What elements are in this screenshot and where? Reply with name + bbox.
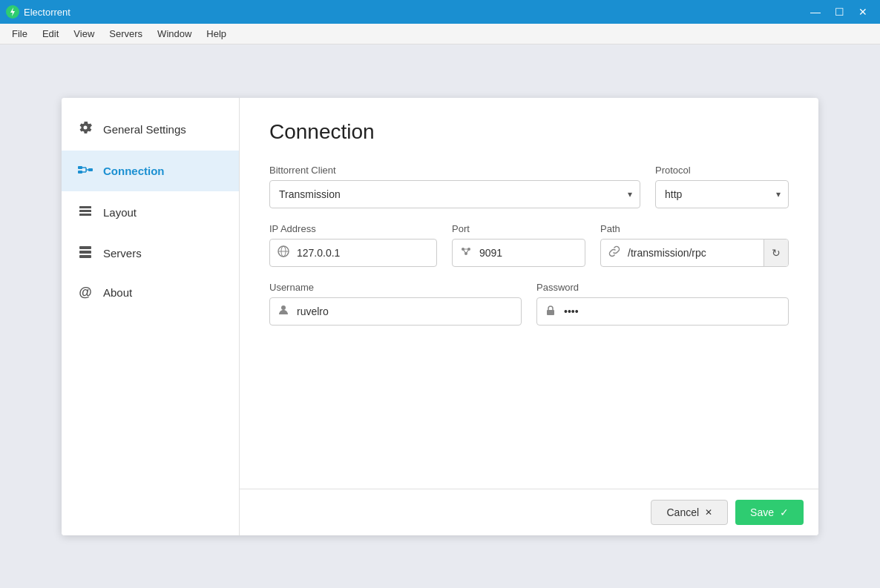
app-icon xyxy=(6,5,19,19)
svg-rect-13 xyxy=(79,251,91,254)
username-label: Username xyxy=(269,282,522,293)
path-input-wrapper: ↻ xyxy=(600,239,789,267)
svg-rect-12 xyxy=(79,246,91,249)
page-title: Connection xyxy=(269,120,789,144)
layout-icon xyxy=(76,203,94,222)
svg-rect-9 xyxy=(79,206,91,208)
path-input[interactable] xyxy=(628,240,764,266)
settings-window: General Settings xyxy=(62,98,818,535)
password-input-wrapper xyxy=(536,297,789,326)
gear-icon xyxy=(76,120,94,139)
ip-port-path-row: IP Address xyxy=(269,223,789,267)
path-group: Path ↻ xyxy=(600,223,789,267)
minimize-button[interactable]: — xyxy=(804,1,827,22)
protocol-group: Protocol http https ▾ xyxy=(655,165,789,208)
user-icon xyxy=(270,304,297,318)
port-input[interactable] xyxy=(479,240,585,266)
cancel-button[interactable]: Cancel ✕ xyxy=(651,500,728,525)
svg-line-21 xyxy=(463,249,466,254)
protocol-select-wrapper[interactable]: http https ▾ xyxy=(655,180,789,208)
save-check-icon: ✓ xyxy=(780,506,789,518)
ip-address-input-wrapper xyxy=(269,239,437,267)
menu-view[interactable]: View xyxy=(66,25,102,42)
sidebar-label-connection: Connection xyxy=(103,165,165,177)
username-password-row: Username xyxy=(269,282,789,326)
menu-help[interactable]: Help xyxy=(199,25,234,42)
svg-rect-2 xyxy=(78,166,82,169)
svg-rect-11 xyxy=(79,214,91,216)
close-button[interactable]: ✕ xyxy=(852,1,874,22)
sidebar-item-general-settings[interactable]: General Settings xyxy=(62,110,239,149)
sidebar-item-about[interactable]: @ About xyxy=(62,274,239,311)
menubar: File Edit View Servers Window Help xyxy=(0,24,880,44)
client-protocol-row: Bittorrent Client Transmission Deluge qB… xyxy=(269,165,789,208)
menu-servers[interactable]: Servers xyxy=(102,25,150,42)
svg-rect-4 xyxy=(88,168,93,171)
settings-body: General Settings xyxy=(62,98,818,535)
sidebar-label-layout: Layout xyxy=(103,206,137,219)
menu-window[interactable]: Window xyxy=(150,25,199,42)
globe-icon xyxy=(270,245,297,260)
protocol-label: Protocol xyxy=(655,165,789,176)
password-group: Password xyxy=(536,282,789,326)
network-icon xyxy=(453,245,479,260)
svg-line-22 xyxy=(466,249,469,254)
settings-footer: Cancel ✕ Save ✓ xyxy=(240,489,818,535)
sidebar: General Settings xyxy=(62,98,240,535)
sidebar-label-general-settings: General Settings xyxy=(103,123,186,136)
port-label: Port xyxy=(452,223,585,234)
menu-edit[interactable]: Edit xyxy=(35,25,66,42)
bittorrent-client-label: Bittorrent Client xyxy=(269,165,640,176)
sidebar-item-layout[interactable]: Layout xyxy=(62,193,239,232)
titlebar-controls: — ☐ ✕ xyxy=(804,1,874,22)
save-button[interactable]: Save ✓ xyxy=(735,500,804,525)
svg-rect-25 xyxy=(547,310,554,315)
username-group: Username xyxy=(269,282,522,326)
sidebar-label-servers: Servers xyxy=(103,247,142,260)
maximize-button[interactable]: ☐ xyxy=(828,1,850,22)
svg-point-24 xyxy=(281,305,286,310)
main-area: General Settings xyxy=(0,44,880,588)
path-refresh-button[interactable]: ↻ xyxy=(764,240,788,266)
content-inner: Connection Bittorrent Client Transmissio… xyxy=(240,98,818,489)
ip-address-input[interactable] xyxy=(297,240,436,266)
titlebar: Electorrent — ☐ ✕ xyxy=(0,0,880,24)
app-title: Electorrent xyxy=(24,7,70,18)
port-input-wrapper xyxy=(452,239,585,267)
bittorrent-client-select[interactable]: Transmission Deluge qBittorrent uTorrent… xyxy=(270,181,640,208)
cancel-label: Cancel xyxy=(666,506,699,518)
connection-icon xyxy=(76,161,94,181)
bittorrent-client-select-wrapper[interactable]: Transmission Deluge qBittorrent uTorrent… xyxy=(269,180,640,208)
about-icon: @ xyxy=(76,285,94,300)
link-icon xyxy=(601,245,628,260)
username-input-wrapper xyxy=(269,297,522,326)
sidebar-item-servers[interactable]: Servers xyxy=(62,234,239,273)
port-group: Port xyxy=(452,223,585,267)
protocol-select[interactable]: http https xyxy=(656,181,788,208)
sidebar-label-about: About xyxy=(103,286,132,299)
svg-rect-14 xyxy=(79,255,91,258)
password-label: Password xyxy=(536,282,789,293)
content-panel: Connection Bittorrent Client Transmissio… xyxy=(240,98,818,535)
username-input[interactable] xyxy=(297,298,521,325)
cancel-x-icon: ✕ xyxy=(705,507,712,518)
bittorrent-client-group: Bittorrent Client Transmission Deluge qB… xyxy=(269,165,640,208)
lock-icon xyxy=(537,304,564,318)
ip-address-label: IP Address xyxy=(269,223,437,234)
path-label: Path xyxy=(600,223,789,234)
sidebar-item-connection[interactable]: Connection xyxy=(62,151,239,191)
password-input[interactable] xyxy=(564,298,788,325)
svg-rect-3 xyxy=(78,171,82,174)
save-label: Save xyxy=(750,506,774,518)
svg-rect-10 xyxy=(79,210,91,212)
servers-icon xyxy=(76,244,94,262)
menu-file[interactable]: File xyxy=(4,25,35,42)
ip-address-group: IP Address xyxy=(269,223,437,267)
titlebar-left: Electorrent xyxy=(6,5,70,19)
